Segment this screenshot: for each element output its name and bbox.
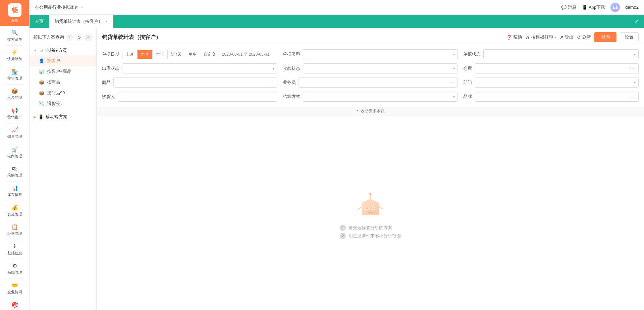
sidebar-item-14[interactable]: 🎯新手引导 [6,298,24,310]
order-status-control[interactable]: ▾ [483,49,639,59]
nav-group-desktop-title[interactable]: ▼ 🖥 电脑端方案 [30,45,96,55]
collapse-label: 收起更多条件 [361,109,385,113]
ship-status-arrow: ▾ [273,67,274,70]
settlement-control[interactable]: ▾ [303,92,458,102]
nav-item-product99[interactable]: 📦 按商品99 [30,88,96,98]
sidebar-icon-7: 🛍 [7,166,22,172]
sidebar-item-11[interactable]: ℹ基础信息 [6,240,24,259]
left-nav-panel: 按以下方案查询 + ⊙ « ▼ 🖥 [30,28,97,310]
nav-item-customer[interactable]: 👤 按客户 [30,55,96,66]
query-button[interactable]: 查询 [594,32,616,42]
sidebar-item-4[interactable]: 📢营销推广 [6,104,24,123]
print-btn[interactable]: 🖨 按模板打印 ▾ [525,34,556,40]
report-title: 销货单统计表（按客户） [102,34,161,41]
nav-add-btn[interactable]: + [66,34,73,41]
sidebar-item-2[interactable]: 🏪零售管理 [6,65,24,85]
sidebar-item-8[interactable]: 📊库存核算 [6,182,24,201]
nav-settings-btn[interactable]: ⊙ [75,34,83,41]
sidebar-item-5[interactable]: 📈销售管理 [6,123,24,143]
group-label-desktop: 电脑端方案 [45,47,67,53]
tab-active[interactable]: 销货单统计表（按客户） × [49,15,113,28]
message-btn[interactable]: 💬 消息 [561,4,577,10]
main-area: 办公用品行业模拟账套 ▾ 💬 消息 📱 App下载 Ea demo2 首页 销货… [30,0,644,310]
salesperson-dots: ··· [449,80,455,85]
tab-close-icon[interactable]: × [105,19,108,24]
sidebar-item-9[interactable]: 💰资金管理 [6,201,24,220]
empty-tip-1: 1 请先选择要分析的方案 [340,225,401,231]
export-icon: ↗ [559,35,564,40]
sidebar-item-7[interactable]: 🛍采购管理 [6,162,24,182]
empty-tip-2: 2 用过滤条件来缩小分析范围 [340,233,401,239]
date-tab-this-month[interactable]: 本月 [138,50,153,59]
sidebar-item-3[interactable]: 📦批发管理 [6,85,24,104]
sidebar-item-6[interactable]: 🛒电商管理 [6,143,24,162]
ship-status-control[interactable]: ▾ [122,63,277,73]
date-tab-last7[interactable]: 近7天 [168,50,185,59]
message-icon: 💬 [561,5,567,10]
logo-icon: 畅 [8,3,21,17]
department-label: 部门 [463,80,472,86]
report-header: 销货单统计表（按客户） ❓ 帮助 🖨 按模板打印 ▾ ↗ 导出 [97,28,644,45]
window-max-icon: ⤢ [634,19,639,24]
app-download-btn[interactable]: 📱 App下载 [582,4,605,10]
warehouse-control[interactable]: ··· [475,63,639,73]
filter-warehouse-item: 仓库 ··· [463,63,639,73]
warehouse-label: 仓库 [463,65,472,71]
filter-collapse-btn[interactable]: ∧ 收起更多条件 [97,106,644,116]
nav-item-return-stats[interactable]: 📉 退货统计 [30,98,96,109]
avatar-text: Ea [613,5,618,10]
nav-item-product-label: 按商品 [47,79,60,85]
tip-text-2: 用过滤条件来缩小分析范围 [348,233,401,239]
tab-home-label: 首页 [35,18,44,24]
nav-item-customer-label: 按客户 [47,58,60,64]
date-tab-more[interactable]: 更多 [185,50,200,59]
sidebar-label-13: 企业协同 [7,290,22,294]
svg-line-8 [358,207,362,209]
sidebar-item-1[interactable]: ⚡快捷导航 [6,46,24,65]
nav-item-product99-label: 按商品99 [47,90,65,96]
sidebar-icon-1: ⚡ [7,49,22,55]
sidebar-item-0[interactable]: 🔍搜索菜单 [6,26,24,46]
svg-point-7 [369,193,372,196]
date-label: 单据日期 [102,51,119,57]
settlement-arrow: ▾ [453,95,455,99]
sidebar-label-11: 基础信息 [7,251,22,255]
refresh-btn[interactable]: ↺ 刷新 [577,34,591,40]
nav-collapse-btn[interactable]: « [85,34,92,41]
sidebar-item-12[interactable]: ⚙系统管理 [6,259,24,279]
sidebar-item-13[interactable]: 🤝企业协同 [6,279,24,298]
help-btn[interactable]: ❓ 帮助 [506,34,522,40]
export-btn[interactable]: ↗ 导出 [559,34,574,40]
order-type-control[interactable]: ▾ [303,49,458,59]
receiver-control[interactable]: ··· [118,92,277,102]
payment-status-control[interactable]: ▾ [303,63,458,73]
sidebar-label-9: 资金管理 [7,212,22,216]
nav-item-product[interactable]: 📦 按商品 [30,77,96,88]
date-tab-this-year[interactable]: 本年 [153,50,168,59]
avatar[interactable]: Ea [610,3,620,12]
department-control[interactable]: ▾ [475,78,639,88]
date-tab-custom[interactable]: 自定义 [200,50,219,59]
product-control[interactable]: ··· [113,78,277,88]
salesperson-control[interactable]: ··· [299,78,458,88]
brand-label: 品牌 [463,94,472,100]
content-wrapper: 按以下方案查询 + ⊙ « ▼ 🖥 [30,28,644,310]
date-tab-last-month[interactable]: 上月 [122,50,138,59]
group-icon-desktop: 🖥 [39,48,43,53]
left-nav-title: 按以下方案查询 [34,34,64,40]
settings-button[interactable]: 设置 [620,32,639,42]
date-tab-last7-label: 近7天 [171,52,181,57]
sidebar-icon-3: 📦 [7,88,22,94]
sidebar-item-10[interactable]: 📋经营管理 [6,220,24,240]
header-right: 💬 消息 📱 App下载 Ea demo2 [561,3,639,12]
left-nav-header: 按以下方案查询 + ⊙ « [30,31,96,44]
refresh-icon: ↺ [577,35,581,40]
sidebar-icon-6: 🛒 [7,146,22,153]
breadcrumb: 办公用品行业模拟账套 ▾ [35,4,83,10]
tab-expand-btn[interactable]: ⤢ [629,18,644,25]
nav-group-mobile-title[interactable]: ▶ 📱 移动端方案 [30,112,96,122]
sidebar-icon-12: ⚙ [7,263,22,269]
nav-item-customer-product[interactable]: 📊 按客户+商品 [30,66,96,77]
tab-home[interactable]: 首页 [30,15,49,28]
brand-control[interactable]: ··· [475,92,639,102]
